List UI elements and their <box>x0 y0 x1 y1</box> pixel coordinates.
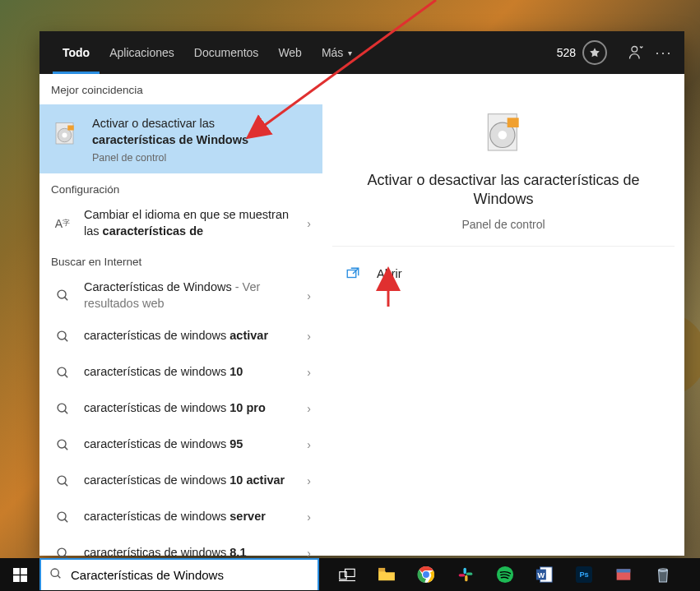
best-match-sub: Panel de control <box>92 151 311 165</box>
web-result-bold: server <box>229 510 266 523</box>
chevron-right-icon: › <box>307 366 311 379</box>
tab-documents[interactable]: Documentos <box>184 31 269 74</box>
detail-title: Activar o desactivar las características… <box>365 171 642 210</box>
task-view-button[interactable] <box>327 558 367 591</box>
feedback-icon[interactable] <box>622 39 650 67</box>
tab-all[interactable]: Todo <box>53 31 100 74</box>
word-icon[interactable]: W <box>525 558 564 591</box>
chevron-right-icon: › <box>307 217 311 230</box>
web-result-1[interactable]: características de windows activar› <box>39 318 322 354</box>
detail-subtitle: Panel de control <box>341 218 666 231</box>
svg-point-9 <box>58 367 66 376</box>
app-icon-generic[interactable] <box>604 558 643 591</box>
chevron-down-icon: ▾ <box>348 48 352 58</box>
svg-rect-42 <box>466 573 473 575</box>
svg-rect-29 <box>21 568 27 575</box>
svg-point-11 <box>58 404 66 412</box>
svg-rect-52 <box>617 569 631 572</box>
config-result-language[interactable]: A字 Cambiar el idioma en que se muestran … <box>39 201 322 246</box>
svg-rect-30 <box>13 575 20 582</box>
search-icon <box>51 361 74 384</box>
svg-rect-41 <box>464 568 466 575</box>
search-tabs: Todo Aplicaciones Documentos Web Más ▾ 5… <box>39 31 684 74</box>
best-match-result[interactable]: Activar o desactivar las características… <box>39 104 322 173</box>
detail-icon <box>480 110 526 156</box>
slack-icon[interactable] <box>446 558 485 591</box>
chevron-right-icon: › <box>307 510 311 524</box>
tab-apps[interactable]: Aplicaciones <box>100 31 184 74</box>
web-result-bold: 10 pro <box>229 401 266 414</box>
chevron-right-icon: › <box>307 402 311 415</box>
web-result-pre: características de windows <box>84 510 229 523</box>
detail-pane: Activar o desactivar las características… <box>322 74 684 571</box>
open-action[interactable]: Abrir <box>322 256 684 291</box>
web-result-bold: 10 <box>229 365 243 378</box>
svg-line-16 <box>64 482 67 486</box>
svg-rect-43 <box>465 575 467 582</box>
svg-rect-44 <box>459 574 466 576</box>
web-result-bold: 95 <box>229 437 243 450</box>
start-button[interactable] <box>0 558 39 591</box>
svg-rect-24 <box>508 118 519 127</box>
search-input[interactable] <box>71 568 309 582</box>
web-result-2[interactable]: características de windows 10› <box>39 354 322 390</box>
chevron-right-icon: › <box>307 438 311 451</box>
chevron-right-icon: › <box>307 330 311 343</box>
search-icon <box>49 567 63 584</box>
rewards-points: 528 <box>557 46 576 59</box>
web-result-3[interactable]: características de windows 10 pro› <box>39 390 322 427</box>
svg-point-7 <box>58 331 66 339</box>
taskbar-search-box[interactable] <box>39 558 319 590</box>
search-icon <box>51 284 74 307</box>
chevron-right-icon: › <box>307 289 311 302</box>
svg-rect-25 <box>347 270 356 277</box>
web-result-6[interactable]: características de windows server› <box>39 499 322 535</box>
web-result-4[interactable]: características de windows 95› <box>39 427 322 463</box>
web-result-pre: características de windows <box>84 329 229 342</box>
file-explorer-icon[interactable] <box>367 558 406 591</box>
web-result-5[interactable]: características de windows 10 activar› <box>39 463 322 499</box>
more-options-icon[interactable]: ··· <box>650 39 678 67</box>
web-result-bold: 10 activar <box>229 473 285 487</box>
svg-text:Ps: Ps <box>579 570 588 579</box>
svg-point-15 <box>58 476 66 484</box>
web-result-0[interactable]: Características de Windows - Ver resulta… <box>39 273 322 318</box>
search-flyout: Todo Aplicaciones Documentos Web Más ▾ 5… <box>39 31 684 556</box>
language-icon: A字 <box>51 212 74 235</box>
svg-line-6 <box>64 298 67 301</box>
svg-point-32 <box>51 569 58 576</box>
section-internet: Buscar en Internet <box>39 246 322 273</box>
tab-more-label: Más <box>322 46 343 59</box>
web-result-pre: características de windows <box>84 401 229 414</box>
svg-rect-31 <box>21 575 27 582</box>
svg-point-0 <box>632 47 637 53</box>
spotify-icon[interactable] <box>485 558 525 591</box>
svg-text:W: W <box>538 571 545 579</box>
rewards-badge-icon[interactable] <box>582 40 607 65</box>
tab-more[interactable]: Más ▾ <box>312 31 362 74</box>
svg-point-40 <box>423 571 429 578</box>
results-list: Mejor coincidencia Activar o desactivar … <box>39 74 322 571</box>
web-result-pre: características de windows <box>84 473 229 487</box>
photoshop-icon[interactable]: Ps <box>564 558 604 591</box>
search-icon <box>51 397 74 420</box>
svg-point-17 <box>58 512 66 520</box>
features-icon <box>51 119 81 149</box>
svg-rect-28 <box>13 568 20 575</box>
section-configuration: Configuración <box>39 173 322 201</box>
web-result-bold: activar <box>229 329 268 342</box>
search-icon <box>51 325 74 348</box>
recycle-bin-icon[interactable] <box>643 558 683 591</box>
taskbar: W Ps <box>0 558 700 591</box>
chrome-icon[interactable] <box>406 558 446 591</box>
svg-point-5 <box>58 290 66 298</box>
svg-line-33 <box>58 575 60 578</box>
web-result-pre: Características de Windows <box>84 280 232 293</box>
svg-point-19 <box>58 548 66 556</box>
svg-line-8 <box>64 338 67 341</box>
search-icon <box>51 433 74 456</box>
best-match-line1: Activar o desactivar las <box>92 117 215 130</box>
best-match-line2: características de Windows <box>92 133 248 146</box>
search-icon <box>51 469 74 492</box>
tab-web[interactable]: Web <box>268 31 312 74</box>
